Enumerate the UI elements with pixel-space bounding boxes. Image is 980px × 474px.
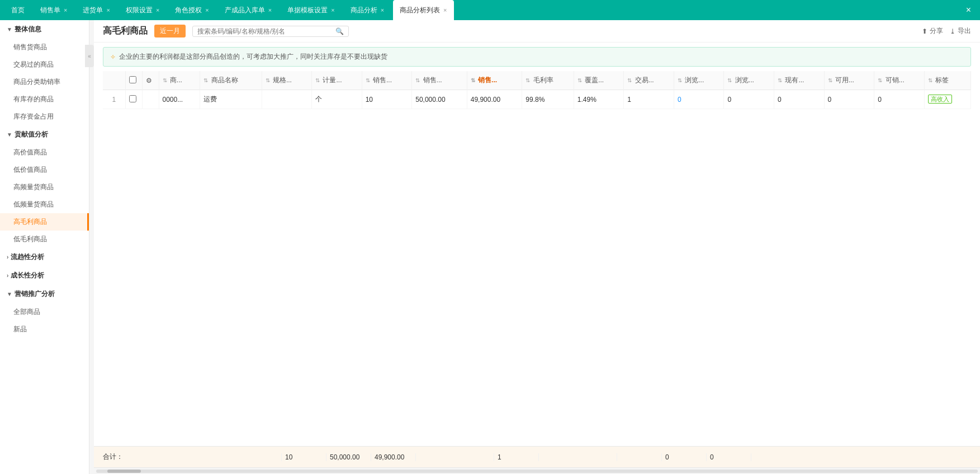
close-product-analysis-list[interactable]: × xyxy=(443,7,447,13)
total-current-stock xyxy=(617,453,662,461)
th-transaction[interactable]: ⇅ 交易... xyxy=(624,71,674,90)
total-sales-amt: 50,000.00 xyxy=(326,453,371,461)
tab-product-analysis-list[interactable]: 商品分析列表 × xyxy=(393,0,453,20)
th-spec[interactable]: ⇅ 规格... xyxy=(262,71,312,90)
tab-product-analysis[interactable]: 商品分析 × xyxy=(344,0,391,20)
sidebar-item-goods-classification[interactable]: 商品分类助销率 xyxy=(0,73,89,91)
table-wrapper[interactable]: ⚙ ⇅ 商... ⇅ 商品名称 ⇅ 规格... xyxy=(94,71,980,446)
td-margin-rate: 99.8% xyxy=(522,90,574,109)
sidebar-item-high-freq-goods[interactable]: 高频量货商品 xyxy=(0,179,89,196)
sidebar-group-marketing[interactable]: ▼ 营销推广分析 xyxy=(0,285,89,303)
total-margin-spacer xyxy=(416,453,494,461)
sort-icon-transaction: ⇅ xyxy=(627,77,632,83)
total-values: 10 50,000.00 49,900.00 1 0 0 xyxy=(136,453,971,461)
tab-sales-order[interactable]: 销售单 × xyxy=(34,0,74,20)
td-sales-profit: 49,900.00 xyxy=(467,90,522,109)
tab-template-settings[interactable]: 单据模板设置 × xyxy=(281,0,341,20)
sort-icon-margin: ⇅ xyxy=(525,77,530,83)
sidebar-item-traded-goods[interactable]: 交易过的商品 xyxy=(0,56,89,73)
sidebar-item-new-goods[interactable]: 新品 xyxy=(0,321,89,338)
th-settings[interactable]: ⚙ xyxy=(142,71,159,90)
horizontal-scrollbar[interactable] xyxy=(94,467,980,474)
td-available: 0 xyxy=(824,90,874,109)
td-name: 运费 xyxy=(200,90,262,109)
main-layout: ▼ 整体信息 销售货商品 交易过的商品 商品分类助销率 有库存的商品 库存资金占… xyxy=(0,20,980,474)
sidebar-group-financial[interactable]: ▼ 贡献值分析 xyxy=(0,125,89,144)
total-label: 合计： xyxy=(103,452,125,462)
sidebar-group-overall[interactable]: ▼ 整体信息 xyxy=(0,20,89,39)
td-transaction: 1 xyxy=(624,90,674,109)
tab-role-permission[interactable]: 角色授权 × xyxy=(168,0,215,20)
settings-icon[interactable]: ⚙ xyxy=(146,77,152,85)
sort-icon-code: ⇅ xyxy=(163,77,167,83)
sidebar-item-sales-goods[interactable]: 销售货商品 xyxy=(0,39,89,56)
arrow-icon-5: ▼ xyxy=(7,291,12,297)
sidebar-group-trend[interactable]: › 流趋性分析 xyxy=(0,248,89,266)
td-browse1[interactable]: 0 xyxy=(674,90,724,109)
th-check[interactable] xyxy=(125,71,142,90)
share-button[interactable]: ⬆ 分享 xyxy=(922,26,943,36)
content-header: 高毛利商品 近一月 🔍 ⬆ 分享 ⤓ 导出 xyxy=(94,20,980,43)
close-permission-settings[interactable]: × xyxy=(156,7,159,13)
th-margin-rate[interactable]: ⇅ 毛利率 xyxy=(522,71,574,90)
sidebar-item-all-goods[interactable]: 全部商品 xyxy=(0,303,89,321)
search-input[interactable] xyxy=(197,27,335,35)
sidebar-item-low-margin-goods[interactable]: 低毛利商品 xyxy=(0,231,89,248)
sort-icon-browse1: ⇅ xyxy=(678,77,682,83)
td-current-stock: 0 xyxy=(774,90,825,109)
close-product-analysis[interactable]: × xyxy=(381,7,384,13)
th-sales-profit[interactable]: ⇅ 销售... xyxy=(467,71,522,90)
sidebar-item-high-margin-goods[interactable]: 高毛利商品 xyxy=(0,213,89,231)
sidebar-collapse-button[interactable]: « xyxy=(85,45,94,67)
sidebar-item-in-stock-goods[interactable]: 有库存的商品 xyxy=(0,91,89,108)
td-sales-qty: 10 xyxy=(362,90,412,109)
th-coverage[interactable]: ⇅ 覆盖... xyxy=(574,71,624,90)
close-product-entry[interactable]: × xyxy=(268,7,272,13)
table-header-row: ⚙ ⇅ 商... ⇅ 商品名称 ⇅ 规格... xyxy=(103,71,971,90)
th-current-stock[interactable]: ⇅ 现有... xyxy=(774,71,825,90)
filter-button[interactable]: 近一月 xyxy=(154,25,186,37)
tag-badge: 高收入 xyxy=(928,95,952,104)
total-sales-qty: 10 xyxy=(282,453,326,461)
search-box: 🔍 xyxy=(192,26,349,37)
total-transaction: 1 xyxy=(494,453,539,461)
th-browse1[interactable]: ⇅ 浏览... xyxy=(674,71,724,90)
row-checkbox[interactable] xyxy=(129,95,136,102)
th-name[interactable]: ⇅ 商品名称 xyxy=(200,71,262,90)
content-area: 高毛利商品 近一月 🔍 ⬆ 分享 ⤓ 导出 ✧ 企业的主要的利润都是这部分商品创… xyxy=(94,20,980,474)
close-template-settings[interactable]: × xyxy=(331,7,334,13)
sidebar-item-inventory-capital[interactable]: 库存资金占用 xyxy=(0,108,89,125)
tab-product-entry[interactable]: 产成品入库单 × xyxy=(218,0,278,20)
th-code[interactable]: ⇅ 商... xyxy=(159,71,200,90)
th-tag[interactable]: ⇅ 标签 xyxy=(924,71,970,90)
close-sales-order[interactable]: × xyxy=(64,7,67,13)
sidebar-group-growth[interactable]: › 成长性分析 xyxy=(0,266,89,285)
th-unit[interactable]: ⇅ 计量... xyxy=(312,71,362,90)
close-role-permission[interactable]: × xyxy=(205,7,209,13)
select-all-checkbox[interactable] xyxy=(129,76,136,83)
close-purchase-order[interactable]: × xyxy=(106,7,110,13)
close-all-button[interactable]: × xyxy=(962,5,976,15)
tab-home[interactable]: 首页 xyxy=(4,0,31,20)
th-sales-qty[interactable]: ⇅ 销售... xyxy=(362,71,412,90)
td-code: 0000... xyxy=(159,90,200,109)
search-icon[interactable]: 🔍 xyxy=(335,27,344,35)
td-unit: 个 xyxy=(312,90,362,109)
tab-purchase-order[interactable]: 进货单 × xyxy=(76,0,116,20)
th-sellable[interactable]: ⇅ 可销... xyxy=(874,71,925,90)
scrollbar-thumb[interactable] xyxy=(107,470,141,473)
export-button[interactable]: ⤓ 导出 xyxy=(950,26,971,36)
sidebar-item-low-value-goods[interactable]: 低价值商品 xyxy=(0,161,89,179)
sidebar-item-low-freq-goods[interactable]: 低频量货商品 xyxy=(0,196,89,213)
td-spec xyxy=(262,90,312,109)
browse1-link[interactable]: 0 xyxy=(678,96,681,104)
sort-icon-browse2: ⇅ xyxy=(727,77,732,83)
th-sales-amt[interactable]: ⇅ 销售... xyxy=(412,71,467,90)
th-available[interactable]: ⇅ 可用... xyxy=(824,71,874,90)
tab-permission-settings[interactable]: 权限设置 × xyxy=(119,0,166,20)
share-icon: ⬆ xyxy=(922,27,927,35)
sidebar-item-high-value-goods[interactable]: 高价值商品 xyxy=(0,144,89,161)
th-browse2[interactable]: ⇅ 浏览... xyxy=(724,71,774,90)
td-check[interactable] xyxy=(125,90,142,109)
total-sales-profit: 49,900.00 xyxy=(371,453,416,461)
